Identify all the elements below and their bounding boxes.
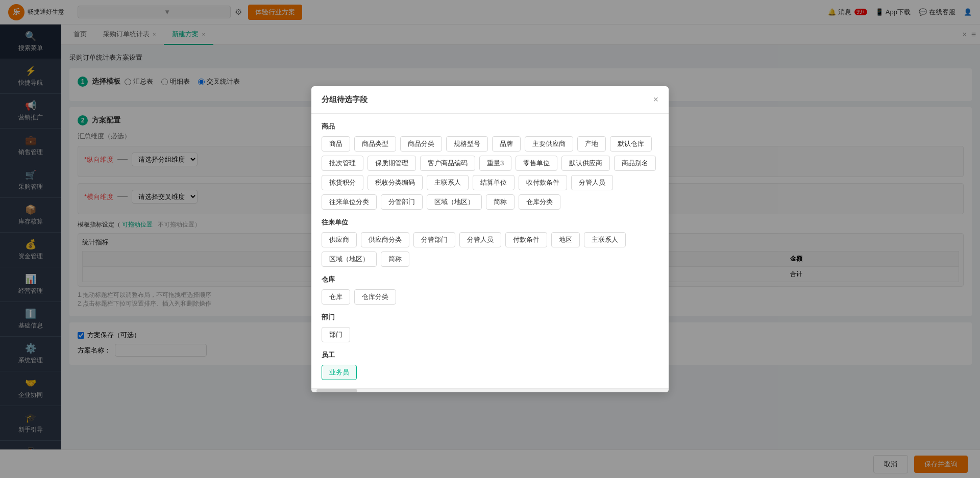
field-section-0: 商品商品商品类型商品分类规格型号品牌主要供应商产地默认仓库批次管理保质期管理客户… — [322, 122, 658, 210]
field-section-4: 员工业务员 — [322, 350, 658, 380]
field-tag-1-6[interactable]: 主联系人 — [584, 232, 626, 247]
field-tag-1-2[interactable]: 分管部门 — [413, 232, 455, 247]
modal-dialog: 分组待选字段 × 商品商品商品类型商品分类规格型号品牌主要供应商产地默认仓库批次… — [311, 86, 669, 392]
field-tag-0-1[interactable]: 商品类型 — [354, 136, 396, 152]
field-tag-1-3[interactable]: 分管人员 — [459, 232, 501, 247]
field-section-title-2: 仓库 — [322, 275, 658, 284]
modal-header: 分组待选字段 × — [311, 86, 669, 114]
field-section-title-1: 往来单位 — [322, 218, 658, 227]
field-tag-0-0[interactable]: 商品 — [322, 136, 350, 152]
field-tag-0-3[interactable]: 规格型号 — [446, 136, 488, 152]
field-tag-0-11[interactable]: 重量3 — [479, 156, 511, 171]
field-tag-0-8[interactable]: 批次管理 — [322, 156, 363, 171]
field-section-2: 仓库仓库仓库分类 — [322, 275, 658, 305]
field-tag-0-20[interactable]: 分管人员 — [571, 175, 613, 190]
field-tag-0-4[interactable]: 品牌 — [492, 136, 521, 152]
field-tags-3: 部门 — [322, 327, 658, 342]
modal-body: 商品商品商品类型商品分类规格型号品牌主要供应商产地默认仓库批次管理保质期管理客户… — [311, 114, 669, 388]
field-tag-0-16[interactable]: 税收分类编码 — [368, 175, 423, 190]
field-tag-2-0[interactable]: 仓库 — [322, 289, 350, 305]
field-tags-0: 商品商品类型商品分类规格型号品牌主要供应商产地默认仓库批次管理保质期管理客户商品… — [322, 136, 658, 210]
modal-overlay: 分组待选字段 × 商品商品商品类型商品分类规格型号品牌主要供应商产地默认仓库批次… — [0, 0, 980, 478]
field-tag-4-0[interactable]: 业务员 — [322, 365, 357, 380]
field-tags-4: 业务员 — [322, 365, 658, 380]
modal-close-button[interactable]: × — [653, 94, 658, 105]
field-tag-0-24[interactable]: 简称 — [486, 194, 514, 210]
field-tag-0-7[interactable]: 默认仓库 — [610, 136, 652, 152]
field-tag-0-18[interactable]: 结算单位 — [473, 175, 514, 190]
field-section-1: 往来单位供应商供应商分类分管部门分管人员付款条件地区主联系人区域（地区）简称 — [322, 218, 658, 267]
field-tag-0-12[interactable]: 零售单位 — [516, 156, 557, 171]
field-tag-0-13[interactable]: 默认供应商 — [561, 156, 610, 171]
field-tag-1-8[interactable]: 简称 — [381, 251, 409, 267]
field-tag-1-7[interactable]: 区域（地区） — [322, 251, 377, 267]
field-tags-1: 供应商供应商分类分管部门分管人员付款条件地区主联系人区域（地区）简称 — [322, 232, 658, 267]
field-tag-1-4[interactable]: 付款条件 — [505, 232, 547, 247]
field-tag-0-2[interactable]: 商品分类 — [400, 136, 442, 152]
field-section-3: 部门部门 — [322, 313, 658, 342]
field-tag-0-17[interactable]: 主联系人 — [427, 175, 469, 190]
field-tag-1-1[interactable]: 供应商分类 — [361, 232, 409, 247]
field-section-title-3: 部门 — [322, 313, 658, 322]
field-tag-3-0[interactable]: 部门 — [322, 327, 350, 342]
field-tag-0-22[interactable]: 分管部门 — [381, 194, 423, 210]
field-tag-0-15[interactable]: 拣货积分 — [322, 175, 363, 190]
field-tag-2-1[interactable]: 仓库分类 — [354, 289, 396, 305]
field-tag-0-9[interactable]: 保质期管理 — [368, 156, 416, 171]
field-tag-0-21[interactable]: 往来单位分类 — [322, 194, 377, 210]
field-tag-0-14[interactable]: 商品别名 — [614, 156, 656, 171]
modal-title: 分组待选字段 — [322, 95, 368, 105]
field-tag-0-25[interactable]: 仓库分类 — [519, 194, 560, 210]
field-tag-1-5[interactable]: 地区 — [551, 232, 580, 247]
field-section-title-0: 商品 — [322, 122, 658, 131]
field-section-title-4: 员工 — [322, 350, 658, 360]
field-tag-0-10[interactable]: 客户商品编码 — [420, 156, 475, 171]
field-tag-0-19[interactable]: 收付款条件 — [519, 175, 567, 190]
scrollbar-thumb — [316, 389, 357, 392]
field-tags-2: 仓库仓库分类 — [322, 289, 658, 305]
field-tag-0-23[interactable]: 区域（地区） — [427, 194, 482, 210]
field-tag-0-6[interactable]: 产地 — [577, 136, 606, 152]
field-tag-1-0[interactable]: 供应商 — [322, 232, 357, 247]
modal-scrollbar[interactable] — [311, 388, 669, 392]
field-tag-0-5[interactable]: 主要供应商 — [525, 136, 573, 152]
